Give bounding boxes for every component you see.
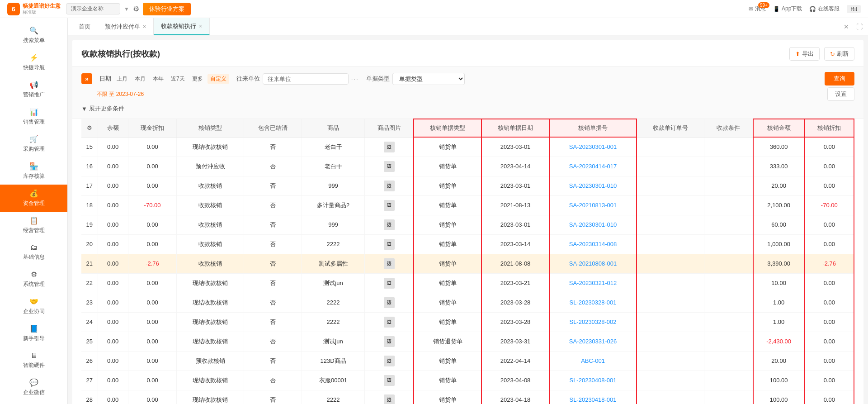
row-discount: 0.00 <box>805 390 854 404</box>
sidebar-item-purchase[interactable]: 🛒 采购管理 <box>0 130 67 157</box>
date-this-year[interactable]: 本年 <box>150 74 166 84</box>
refresh-button[interactable]: ↻ 刷新 <box>824 47 854 61</box>
sidebar-item-basic-info[interactable]: 🗂 基础信息 <box>0 239 67 266</box>
row-goods: 测试多属性 <box>302 254 364 273</box>
row-bill-no[interactable]: SA-20230301-010 <box>549 176 637 195</box>
table-row: 16 0.00 0.00 预付冲应收 否 老白干 🖼 销货单 2023-04-1… <box>81 157 854 176</box>
row-bill-no[interactable]: SA-20210808-001 <box>549 254 637 273</box>
date-7days[interactable]: 近7天 <box>168 74 188 84</box>
tab-expand-icon[interactable]: ⛶ <box>854 21 864 32</box>
row-bill-no[interactable]: SA-20210813-001 <box>549 195 637 215</box>
query-button[interactable]: 查询 <box>825 72 854 86</box>
bill-no-link[interactable]: SA-20230321-012 <box>569 280 617 286</box>
bill-no-link[interactable]: SA-20210813-001 <box>569 202 617 209</box>
tab-home[interactable]: 首页 <box>71 18 98 35</box>
bill-type-select[interactable]: 单据类型 <box>392 73 465 85</box>
bill-no-link[interactable]: SA-20230301-010 <box>569 221 617 228</box>
row-balance: 0.00 <box>98 176 128 195</box>
message-button[interactable]: ✉ 消息 99+ <box>749 5 766 13</box>
tab-prepay[interactable]: 预付冲应付单 × <box>98 18 154 35</box>
sidebar-item-quick-nav[interactable]: ⚡ 快捷导航 <box>0 49 67 76</box>
tab-writeoff[interactable]: 收款核销执行 × <box>154 18 210 35</box>
col-writeoff-type: 核销类型 <box>177 119 244 137</box>
row-bill-no[interactable]: SL-20230418-001 <box>549 390 637 404</box>
row-goods: 999 <box>302 215 364 234</box>
bill-no-link[interactable]: SA-20230301-001 <box>569 143 617 150</box>
row-bill-type: 销货单 <box>414 312 481 332</box>
row-bill-no[interactable]: SA-20230301-001 <box>549 137 637 157</box>
row-bill-no[interactable]: SL-20230328-002 <box>549 312 637 332</box>
bill-no-link[interactable]: ABC-001 <box>581 357 605 364</box>
date-shortcuts: 上月 本月 本年 近7天 更多 自定义 <box>114 74 229 84</box>
page-content: 收款核销执行(按收款) ⬆ 导出 ↻ 刷新 <box>68 35 868 404</box>
from-unit-dots[interactable]: ··· <box>351 76 359 82</box>
row-bill-no[interactable]: SA-20230314-008 <box>549 234 637 254</box>
date-custom[interactable]: 自定义 <box>208 74 229 84</box>
bill-no-link[interactable]: SL-20230328-002 <box>569 318 616 325</box>
row-discount: 0.00 <box>805 137 854 157</box>
industry-button[interactable]: 休验行业方案 <box>143 3 191 15</box>
row-bill-date: 2023-04-14 <box>481 157 549 176</box>
sidebar-item-finance[interactable]: 💰 资金管理 <box>0 185 67 212</box>
bill-no-link[interactable]: SA-20230314-008 <box>569 241 617 247</box>
tab-close-prepay-icon[interactable]: × <box>143 24 146 30</box>
row-bill-type: 销货单 <box>414 273 481 293</box>
settings-icon[interactable]: ⚙ <box>133 5 139 13</box>
sidebar-item-member[interactable]: V 畅会员 <box>0 401 67 404</box>
row-bill-no[interactable]: SA-20230414-017 <box>549 157 637 176</box>
date-more[interactable]: 更多 <box>189 74 206 84</box>
app-download-button[interactable]: 📱 App下载 <box>773 5 802 13</box>
row-bill-no[interactable]: SL-20230408-001 <box>549 371 637 390</box>
date-last-month[interactable]: 上月 <box>114 74 130 84</box>
row-included: 否 <box>244 215 302 234</box>
sidebar-item-search[interactable]: 🔍 搜索菜单 <box>0 22 67 49</box>
row-discount: 0.00 <box>805 157 854 176</box>
row-goods: 老白干 <box>302 137 364 157</box>
settings-button[interactable]: 设置 <box>827 87 854 101</box>
sidebar-item-guide[interactable]: 📘 新手引导 <box>0 320 67 347</box>
row-bill-no[interactable]: SA-20230321-012 <box>549 273 637 293</box>
row-id: 19 <box>81 215 98 234</box>
bill-no-link[interactable]: SA-20230331-026 <box>569 338 617 345</box>
sidebar-item-wechat[interactable]: 💬 企业微信 <box>0 374 67 401</box>
expand-more-conditions[interactable]: ▼ 展开更多条件 <box>81 105 854 113</box>
sidebar-item-hardware[interactable]: 🖥 智能硬件 <box>0 347 67 374</box>
row-bill-type: 销货单 <box>414 157 481 176</box>
bill-no-link[interactable]: SA-20210808-001 <box>569 260 617 267</box>
col-bill-no: 核销单据号 <box>549 119 637 137</box>
row-bill-date: 2023-03-01 <box>481 137 549 157</box>
row-bill-no[interactable]: SL-20230328-001 <box>549 293 637 312</box>
sidebar-item-cooperation[interactable]: 🤝 企业协同 <box>0 293 67 320</box>
date-this-month[interactable]: 本月 <box>132 74 148 84</box>
row-cash-discount: 0.00 <box>128 312 177 332</box>
from-unit-input[interactable] <box>263 73 349 85</box>
sidebar-item-inventory[interactable]: 🏪 库存核算 <box>0 157 67 185</box>
row-condition <box>704 176 753 195</box>
sidebar-item-marketing[interactable]: 📢 营销推广 <box>0 76 67 103</box>
col-balance: 余额 <box>98 119 128 137</box>
collapse-filter-button[interactable]: » <box>81 73 92 84</box>
logo-icon: 6 <box>7 3 20 15</box>
row-balance: 0.00 <box>98 157 128 176</box>
col-gear[interactable]: ⚙ <box>81 119 98 137</box>
goods-img-cell: 🖼 <box>365 254 414 273</box>
export-button[interactable]: ⬆ 导出 <box>789 47 820 61</box>
tab-close-all-icon[interactable]: ✕ <box>842 21 851 32</box>
bill-no-link[interactable]: SL-20230418-001 <box>569 396 616 403</box>
sidebar-item-operations[interactable]: 📋 经营管理 <box>0 212 67 239</box>
row-bill-no[interactable]: SA-20230301-010 <box>549 215 637 234</box>
tab-bar: 首页 预付冲应付单 × 收款核销执行 × ✕ ⛶ <box>68 18 868 35</box>
company-name-input[interactable]: 演示企业名称 <box>66 3 120 14</box>
tab-close-writeoff-icon[interactable]: × <box>199 23 202 29</box>
bill-no-link[interactable]: SL-20230408-001 <box>569 377 616 384</box>
chevron-down-icon[interactable]: ▼ <box>124 6 129 12</box>
bill-no-link[interactable]: SA-20230301-010 <box>569 182 617 189</box>
online-service-button[interactable]: 🎧 在线客服 <box>809 5 840 13</box>
sidebar-item-sales[interactable]: 📊 销售管理 <box>0 103 67 130</box>
row-bill-no[interactable]: ABC-001 <box>549 351 637 371</box>
page-header: 收款核销执行(按收款) ⬆ 导出 ↻ 刷新 <box>72 40 863 67</box>
bill-no-link[interactable]: SL-20230328-001 <box>569 299 616 306</box>
bill-no-link[interactable]: SA-20230414-017 <box>569 163 617 170</box>
row-bill-no[interactable]: SA-20230331-026 <box>549 332 637 351</box>
sidebar-item-system[interactable]: ⚙ 系统管理 <box>0 266 67 293</box>
